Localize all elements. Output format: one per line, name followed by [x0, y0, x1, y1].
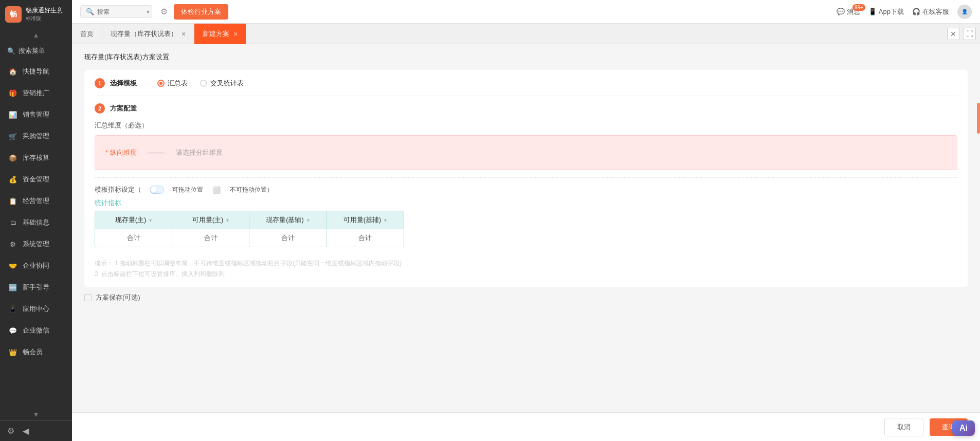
sidebar-item-member[interactable]: 👑 畅会员	[0, 341, 72, 363]
app-logo-icon: 畅	[5, 6, 22, 23]
sidebar-item-operation[interactable]: 📋 经营管理	[0, 190, 72, 212]
radio-summary[interactable]: 汇总表	[157, 79, 188, 88]
sidebar-item-label: 营销推广	[23, 88, 49, 98]
radio-cross[interactable]: 交叉统计表	[200, 79, 244, 88]
tab-new-scheme[interactable]: 新建方案 ×	[194, 24, 246, 44]
sidebar-item-label: 库存核算	[23, 153, 49, 162]
stats-col-1-cell: 合计	[172, 229, 249, 247]
draggable-toggle[interactable]	[150, 186, 164, 194]
right-scrollbar	[977, 103, 980, 134]
search-input[interactable]	[97, 8, 143, 15]
step1-title: 选择模板	[110, 79, 137, 88]
sidebar-item-purchase[interactable]: 🛒 采购管理	[0, 125, 72, 147]
tab-home-label: 首页	[80, 29, 94, 39]
col-3-chevron: ▾	[384, 217, 387, 223]
sidebar-item-label: 基础信息	[23, 218, 49, 227]
stats-col-0-header[interactable]: 现存量(主) ▾	[95, 211, 172, 229]
col-2-chevron: ▾	[307, 217, 310, 223]
sidebar-item-label: 企业协同	[23, 261, 49, 270]
money-icon: 💰	[7, 174, 19, 185]
radio-cross-dot	[200, 80, 207, 87]
topbar: 🔍 ▾ ⚙ 体验行业方案 💬 消息 99+ 📱 App下载 🎧 在线客服 👤	[72, 0, 980, 24]
sidebar-nav: 🔍 搜索菜单 🏠 快捷导航 🎁 营销推广 📊 销售管理 🛒 采购管理 📦 库存核…	[0, 41, 72, 409]
tip-row-1: 提示： 1.拖动标题栏可以调整布局，不可跨维度或指标区域拖动栏目字段(只能在同一…	[95, 259, 957, 268]
stats-col-2-label: 现存量(基辅)	[266, 215, 304, 225]
stats-col-2-header[interactable]: 现存量(基辅) ▾	[249, 211, 326, 229]
ai-badge[interactable]: Ai	[952, 420, 975, 436]
tab-home[interactable]: 首页	[72, 24, 102, 44]
tip-item-2: 2. 点击标题栏下拉可设置排序、插入列和删除列	[95, 270, 225, 278]
dim-dash: ——	[148, 148, 165, 157]
tabs-bar: 首页 现存量（库存状况表） × 新建方案 × ✕ ⛶	[72, 24, 980, 44]
divider1	[95, 96, 957, 96]
online-service-btn[interactable]: 🎧 在线客服	[912, 7, 949, 16]
sidebar-bottom: ⚙ ◀	[0, 420, 72, 441]
stats-col-3-header[interactable]: 可用量(基辅) ▾	[326, 211, 404, 229]
stats-col-1: 可用量(主) ▾ 合计	[172, 211, 249, 247]
sidebar-item-inventory[interactable]: 📦 库存核算	[0, 147, 72, 169]
dim-placeholder: 请选择分组维度	[176, 148, 223, 157]
bottom-bar: 取消 查询	[72, 412, 980, 441]
tab-inventory-status[interactable]: 现存量（库存状况表） ×	[102, 24, 194, 44]
stats-col-1-header[interactable]: 可用量(主) ▾	[172, 211, 249, 229]
sidebar-search[interactable]: 🔍 搜索菜单	[0, 41, 72, 61]
message-icon: 💬	[837, 8, 845, 15]
sidebar-item-finance[interactable]: 💰 资金管理	[0, 169, 72, 190]
sidebar-scroll-down[interactable]: ▼	[0, 409, 72, 420]
box-icon: 📦	[7, 152, 19, 163]
sidebar-item-label: 系统管理	[23, 240, 49, 249]
expand-tab-btn[interactable]: ⛶	[964, 28, 976, 40]
dimension-section: 汇总维度（必选） * 纵向维度 —— 请选择分组维度	[95, 121, 957, 170]
messages-btn[interactable]: 💬 消息 99+	[837, 7, 860, 16]
clipboard-icon: 📋	[7, 195, 19, 207]
draggable-sep: ⬜	[212, 186, 221, 194]
tips-label: 提示：	[95, 260, 113, 267]
search-menu-label: 搜索菜单	[19, 46, 45, 56]
stats-col-3-label: 可用量(基辅)	[343, 215, 382, 225]
sidebar-scroll-up[interactable]: ▲	[0, 29, 72, 41]
vertical-dim-label: 纵向维度	[110, 149, 137, 156]
sidebar-item-quick-nav[interactable]: 🏠 快捷导航	[0, 61, 72, 82]
topbar-search-box[interactable]: 🔍 ▾	[80, 5, 152, 18]
stats-col-3-cell: 合计	[326, 229, 404, 247]
cancel-button[interactable]: 取消	[884, 418, 923, 436]
stats-table-header: 现存量(主) ▾ 合计 可用量(主) ▾ 合计	[95, 211, 404, 247]
stats-col-0-cell: 合计	[95, 229, 172, 247]
save-checkbox[interactable]	[84, 294, 92, 301]
tab-inventory-status-close[interactable]: ×	[182, 30, 186, 38]
close-tab-btn[interactable]: ✕	[947, 28, 959, 40]
sidebar-item-marketing[interactable]: 🎁 营销推广	[0, 82, 72, 104]
search-dropdown-icon[interactable]: ▾	[147, 8, 150, 15]
cart-icon: 🛒	[7, 131, 19, 142]
topbar-gear-icon[interactable]: ⚙	[160, 7, 168, 16]
avatar[interactable]: 👤	[957, 5, 972, 19]
chart-icon: 📊	[7, 109, 19, 120]
stats-col-2-cell: 合计	[249, 229, 326, 247]
app-download-btn[interactable]: 📱 App下载	[868, 7, 904, 16]
dimension-box: * 纵向维度 —— 请选择分组维度	[95, 135, 957, 170]
sidebar-item-base[interactable]: 🗂 基础信息	[0, 212, 72, 233]
sidebar-item-label: 采购管理	[23, 132, 49, 141]
collapse-icon[interactable]: ◀	[23, 426, 29, 436]
radio-summary-label: 汇总表	[168, 79, 188, 88]
sidebar-item-enterprise[interactable]: 🤝 企业协同	[0, 255, 72, 277]
trial-btn[interactable]: 体验行业方案	[174, 4, 228, 20]
tabs-bar-controls: ✕ ⛶	[947, 28, 976, 40]
stats-col-2: 现存量(基辅) ▾ 合计	[249, 211, 326, 247]
gear-nav-icon: ⚙	[7, 238, 19, 250]
sidebar-item-guide[interactable]: 🆕 新手引导	[0, 277, 72, 298]
non-draggable-text: 不可拖动位置）	[230, 186, 273, 194]
sidebar-item-wechat[interactable]: 💬 企业微信	[0, 320, 72, 341]
required-mark: * 纵向维度	[105, 148, 137, 157]
sidebar-item-sales[interactable]: 📊 销售管理	[0, 104, 72, 125]
step2-title: 方案配置	[110, 104, 137, 113]
stats-section: 统计指标 现存量(主) ▾ 合计	[95, 198, 957, 249]
sidebar-item-system[interactable]: ⚙ 系统管理	[0, 233, 72, 255]
indicator-label-row: 模板指标设定（ 可拖动位置 ⬜ 不可拖动位置）	[95, 185, 957, 194]
stats-table: 现存量(主) ▾ 合计 可用量(主) ▾ 合计	[95, 211, 404, 247]
tab-new-scheme-close[interactable]: ×	[233, 30, 238, 38]
avatar-text: 👤	[961, 9, 968, 14]
settings-bottom-icon[interactable]: ⚙	[7, 426, 14, 436]
sidebar-item-apps[interactable]: 📱 应用中心	[0, 298, 72, 320]
sidebar-item-label: 畅会员	[23, 347, 43, 357]
